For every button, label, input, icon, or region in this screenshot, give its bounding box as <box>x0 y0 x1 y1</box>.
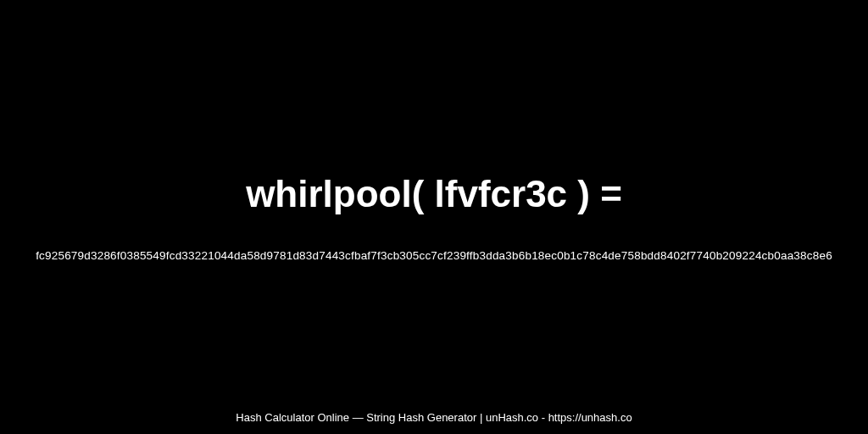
hash-function-title: whirlpool( lfvfcr3c ) = <box>246 173 622 215</box>
main-content: whirlpool( lfvfcr3c ) = fc925679d3286f03… <box>0 0 868 434</box>
hash-output: fc925679d3286f0385549fcd33221044da58d978… <box>36 249 832 262</box>
footer-attribution: Hash Calculator Online — String Hash Gen… <box>0 411 868 424</box>
